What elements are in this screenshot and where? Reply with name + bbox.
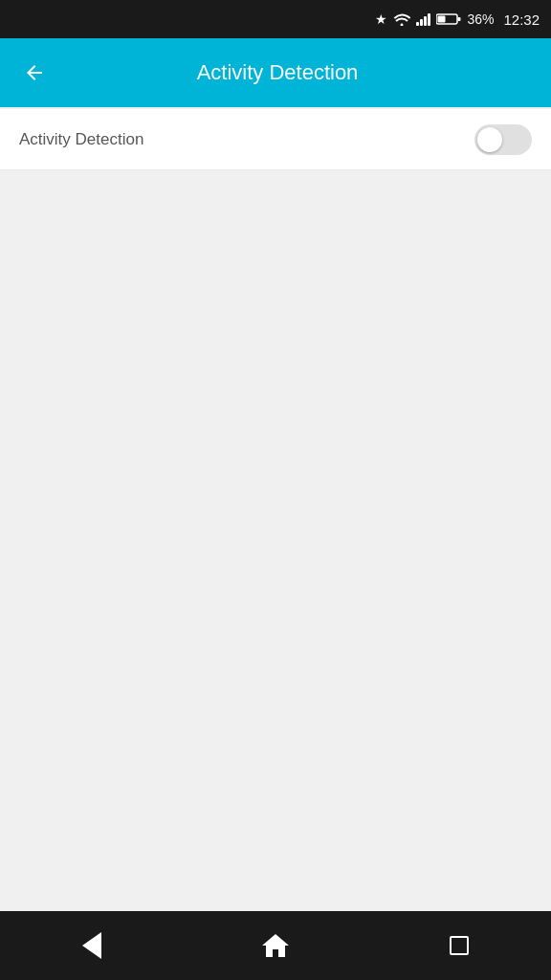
- activity-detection-row: Activity Detection: [0, 109, 551, 170]
- settings-section: Activity Detection: [0, 109, 551, 170]
- page-title: Activity Detection: [61, 60, 494, 85]
- svg-rect-1: [438, 16, 446, 23]
- status-time: 12:32: [503, 11, 540, 28]
- activity-detection-label: Activity Detection: [19, 130, 143, 149]
- nav-recents-icon: [450, 936, 469, 955]
- battery-percent: 36%: [467, 11, 494, 27]
- svg-rect-2: [458, 17, 461, 21]
- nav-back-button[interactable]: [0, 911, 184, 980]
- nav-home-button[interactable]: [184, 911, 367, 980]
- star-icon: ★: [375, 11, 387, 27]
- status-icons: ★ 36% 12:32: [375, 11, 540, 28]
- app-bar: Activity Detection: [0, 38, 551, 107]
- battery-icon: [436, 12, 461, 26]
- wifi-icon: [393, 12, 410, 26]
- toggle-slider: [474, 124, 532, 155]
- content-area: Activity Detection: [0, 107, 551, 911]
- activity-detection-toggle[interactable]: [474, 124, 532, 155]
- back-button[interactable]: [15, 54, 54, 92]
- empty-content: [0, 170, 551, 911]
- status-bar: ★ 36% 12:32: [0, 0, 551, 38]
- nav-bar: [0, 911, 551, 980]
- nav-recents-button[interactable]: [367, 911, 551, 980]
- nav-back-icon: [82, 932, 101, 959]
- signal-icon: [416, 12, 430, 26]
- nav-home-icon: [260, 930, 291, 961]
